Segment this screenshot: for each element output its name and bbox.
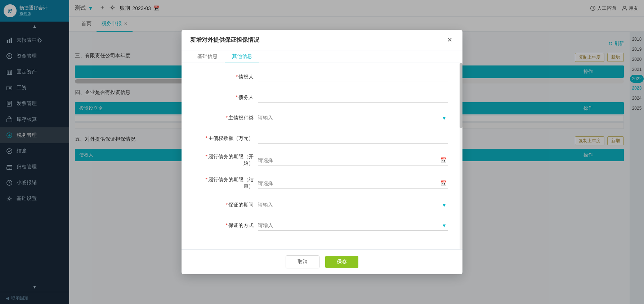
save-button[interactable]: 保存 (325, 256, 358, 268)
modal-body: *债权人 *债务人 *主债权种类 (182, 63, 462, 249)
form-row-debt-amount: *主债权数额（万元） (196, 133, 448, 144)
form-control-creditor (258, 72, 448, 82)
form-control-debt-amount (258, 133, 448, 144)
form-label-debt-amount: *主债权数额（万元） (196, 135, 254, 142)
modal-tab-basic[interactable]: 基础信息 (190, 50, 225, 63)
form-control-debtor (258, 92, 448, 103)
form-row-creditor: *债权人 (196, 72, 448, 82)
creditor-input[interactable] (258, 72, 448, 82)
debt-type-input[interactable] (258, 113, 448, 123)
modal-header: 新增对外提供保证担保情况 ✕ (182, 30, 462, 50)
form-label-period-start: *履行债务的期限（开始） (196, 154, 254, 167)
modal-close-button[interactable]: ✕ (445, 36, 454, 44)
period-end-input[interactable] (258, 178, 448, 189)
form-row-guarantee-method: *保证的方式 ▼ (196, 220, 448, 231)
guarantee-period-input[interactable] (258, 200, 448, 210)
period-start-input[interactable] (258, 155, 448, 165)
form-label-period-end: *履行债务的期限（结束） (196, 177, 254, 190)
form-control-period-end: 📅 (258, 178, 448, 189)
form-label-guarantee-period: *保证的期间 (196, 202, 254, 208)
modal-title: 新增对外提供保证担保情况 (190, 36, 259, 44)
modal-sub-tabs: 基础信息 其他信息 (182, 50, 462, 63)
modal-tab-other[interactable]: 其他信息 (225, 50, 259, 63)
form-control-period-start: 📅 (258, 155, 448, 165)
cancel-button[interactable]: 取消 (286, 255, 319, 268)
modal-footer: 取消 保存 (182, 249, 462, 274)
form-control-debt-type: ▼ (258, 113, 448, 123)
form-label-creditor: *债权人 (196, 74, 254, 80)
modal-scrollbar[interactable] (460, 63, 462, 249)
form-control-guarantee-period: ▼ (258, 200, 448, 210)
form-control-guarantee-method: ▼ (258, 220, 448, 231)
debt-amount-input[interactable] (258, 133, 448, 144)
modal-overlay: 新增对外提供保证担保情况 ✕ 基础信息 其他信息 *债权人 (0, 0, 644, 304)
form-row-debt-type: *主债权种类 ▼ (196, 113, 448, 123)
modal-dialog: 新增对外提供保证担保情况 ✕ 基础信息 其他信息 *债权人 (182, 30, 462, 274)
form-row-guarantee-period: *保证的期间 ▼ (196, 200, 448, 210)
form-label-debt-type: *主债权种类 (196, 115, 254, 121)
guarantee-method-input[interactable] (258, 220, 448, 231)
form-row-debtor: *债务人 (196, 92, 448, 103)
form-row-period-start: *履行债务的期限（开始） 📅 (196, 154, 448, 167)
form-label-guarantee-method: *保证的方式 (196, 222, 254, 229)
debtor-input[interactable] (258, 92, 448, 103)
form-row-period-end: *履行债务的期限（结束） 📅 (196, 177, 448, 190)
modal-scrollbar-thumb (460, 63, 462, 128)
form-label-debtor: *债务人 (196, 94, 254, 101)
